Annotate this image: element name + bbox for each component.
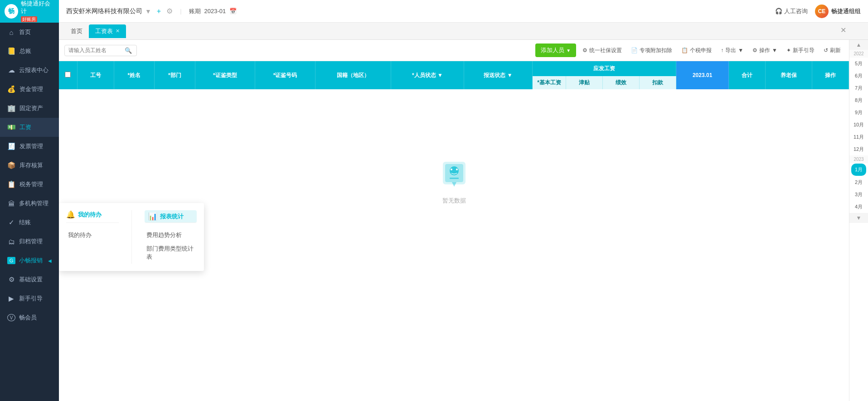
empty-text: 暂无数据 (442, 197, 466, 205)
month-nav-up[interactable]: ▲ (849, 40, 868, 50)
sidebar-item-inventory[interactable]: 📦 库存核算 (0, 156, 59, 175)
export-btn[interactable]: ↑ 导出 ▼ (718, 45, 746, 56)
popup-section: 🔔 我的待办 我的待办 📊 报表统计 费用趋势分析 (66, 210, 197, 264)
sidebar-item-new-guide[interactable]: ▶ 新手引导 (0, 289, 59, 308)
topbar-add-icon[interactable]: + (157, 7, 161, 15)
sidebar-item-salary[interactable]: 💵 工资 (0, 118, 59, 137)
popup-report-item-2[interactable]: 部门费用类型统计表 (145, 242, 197, 264)
social-icon: ⚙ (582, 47, 587, 53)
sidebar-item-assets[interactable]: 🏢 固定资产 (0, 99, 59, 118)
cloud-icon: ☁ (7, 66, 15, 74)
export-dropdown-icon: ▼ (738, 47, 743, 53)
popup-report-title: 📊 报表统计 (145, 210, 197, 223)
sub-col-basic-salary: *基本工资 (533, 76, 566, 89)
fund-icon: 💰 (7, 85, 16, 93)
topbar-settings-icon[interactable]: ⚙ (166, 7, 173, 15)
col-name: *姓名 (114, 61, 154, 89)
support-btn[interactable]: 🎧 人工咨询 (775, 7, 808, 15)
sidebar-item-ledger[interactable]: 📒 总账 (0, 42, 59, 61)
month-2[interactable]: 2月 (849, 176, 868, 188)
sidebar-item-multi-org[interactable]: 🏛 多机构管理 (0, 194, 59, 213)
month-6[interactable]: 6月 (849, 70, 868, 82)
svg-point-4 (451, 169, 452, 170)
guide-btn[interactable]: ✦ 新手引导 (784, 45, 817, 56)
close-tab-icon[interactable]: ✕ (116, 28, 120, 34)
month-11[interactable]: 11月 (849, 131, 868, 143)
salary-icon: 💵 (7, 123, 16, 131)
refresh-icon: ↺ (824, 47, 828, 53)
search-input[interactable] (68, 47, 123, 53)
col-pension: 养老保 (766, 61, 812, 89)
col-payroll-group: 应发工资 (533, 61, 676, 76)
refresh-btn[interactable]: ↺ 刷新 (821, 45, 844, 56)
xiaochang-icon: G (7, 257, 15, 264)
panel-close-button[interactable]: ✕ (840, 26, 846, 34)
sidebar-item-member[interactable]: V 畅会员 (0, 308, 59, 327)
inventory-icon: 📦 (7, 161, 16, 169)
deduction-icon: 📄 (631, 47, 638, 53)
month-3[interactable]: 3月 (849, 188, 868, 201)
sub-col-allowance: 津贴 (566, 76, 602, 89)
add-person-button[interactable]: 添加人员 ▼ (535, 43, 576, 57)
guide-icon: ▶ (7, 295, 15, 303)
svg-point-5 (456, 169, 458, 170)
col-dept: *部门 (155, 61, 195, 89)
month-1[interactable]: 1月 (851, 164, 866, 176)
popup-todo-item[interactable]: 我的待办 (66, 228, 119, 242)
social-insurance-btn[interactable]: ⚙ 统一社保设置 (580, 45, 625, 56)
calendar-icon[interactable]: 📅 (229, 8, 237, 14)
col-total: 合计 (729, 61, 766, 89)
special-deduction-btn[interactable]: 📄 专项附加扣除 (628, 45, 675, 56)
sidebar-item-archive[interactable]: 🗂 归档管理 (0, 232, 59, 251)
company-selector[interactable]: 西安虾米网络科技有限公司 ▼ (66, 7, 151, 15)
personal-tax-btn[interactable]: 📋 个税申报 (679, 45, 714, 56)
assets-icon: 🏢 (7, 104, 16, 112)
col-status: *人员状态 ▼ (391, 61, 464, 89)
main-content: 西安虾米网络科技有限公司 ▼ + ⚙ | 账期 2023-01 📅 🎧 人工咨询… (59, 0, 868, 401)
tab-salary[interactable]: 工资表 ✕ (89, 24, 126, 38)
popup-divider (131, 210, 132, 264)
month-nav-down[interactable]: ▼ (849, 213, 868, 223)
user-menu[interactable]: CE 畅捷通组组 (815, 5, 861, 18)
popup-col-todo: 🔔 我的待办 我的待办 (66, 210, 119, 264)
month-7[interactable]: 7月 (849, 82, 868, 94)
sidebar-item-invoice[interactable]: 🧾 发票管理 (0, 137, 59, 156)
salary-table: 工号 *姓名 *部门 *证鉴类型 *证鉴号码 国籍（地区） *人员状态 ▼ 报送… (59, 61, 849, 89)
select-all-checkbox[interactable] (65, 72, 71, 77)
month-4[interactable]: 4月 (849, 201, 868, 213)
dropdown-arrow-icon: ▼ (566, 48, 571, 53)
col-id-number: *证鉴号码 (255, 61, 315, 89)
month-5[interactable]: 5月 (849, 58, 868, 70)
month-10[interactable]: 10月 (849, 119, 868, 131)
col-operate: 操作 (812, 61, 849, 89)
month-sidebar: ▲ 2022 5月 6月 7月 8月 9月 10月 11月 12月 2023 1… (849, 40, 868, 401)
sidebar-item-xiaochang[interactable]: G 小畅报销 ◀ (0, 251, 59, 270)
svg-rect-3 (450, 178, 459, 179)
month-9[interactable]: 9月 (849, 106, 868, 119)
search-wrapper[interactable]: 🔍 (64, 45, 137, 56)
company-dropdown-icon: ▼ (145, 8, 151, 15)
topbar: 西安虾米网络科技有限公司 ▼ + ⚙ | 账期 2023-01 📅 🎧 人工咨询… (59, 0, 868, 23)
sidebar-item-fund[interactable]: 💰 资金管理 (0, 80, 59, 99)
export-icon: ↑ (721, 47, 723, 53)
col-period: 2023.01 (676, 61, 729, 89)
tax-icon: 📋 (7, 180, 16, 188)
content-area: 🔍 添加人员 ▼ ⚙ 统一社保设置 📄 专项附加扣除 (59, 40, 868, 401)
sidebar-item-checkout[interactable]: ✓ 结账 (0, 213, 59, 232)
sidebar-item-home[interactable]: ⌂ 首页 (0, 23, 59, 42)
popup-report-item-1[interactable]: 费用趋势分析 (145, 228, 197, 242)
period-display: 账期 2023-01 📅 (189, 7, 237, 15)
sub-col-performance: 绩效 (603, 76, 640, 89)
tabbar: 首页 工资表 ✕ ✕ (59, 23, 868, 40)
month-12[interactable]: 12月 (849, 143, 868, 155)
month-8[interactable]: 8月 (849, 94, 868, 106)
member-icon: V (7, 314, 15, 321)
checkout-icon: ✓ (7, 218, 15, 227)
operate-btn[interactable]: ⚙ 操作 ▼ (750, 45, 780, 56)
sidebar-item-cloud-report[interactable]: ☁ 云报表中心 (0, 61, 59, 80)
sidebar-item-tax[interactable]: 📋 税务管理 (0, 175, 59, 194)
tab-home[interactable]: 首页 (64, 24, 89, 38)
col-report-status: 报送状态 ▼ (464, 61, 533, 89)
sidebar-item-basic-settings[interactable]: ⚙ 基础设置 (0, 270, 59, 289)
salary-toolbar: 🔍 添加人员 ▼ ⚙ 统一社保设置 📄 专项附加扣除 (59, 40, 849, 61)
